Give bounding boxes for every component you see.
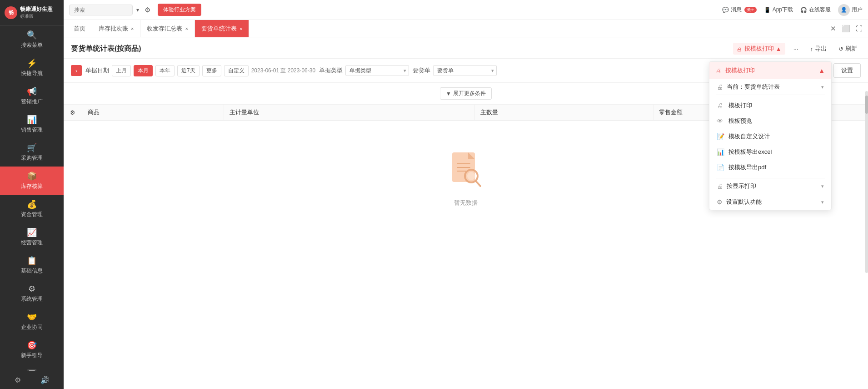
current-template-arrow: ▾	[821, 84, 824, 90]
sidebar-item-label: 销售管理	[21, 126, 43, 134]
tab-order-stats-label: 要货单统计表	[201, 25, 237, 33]
template-print-label: 模板打印	[728, 101, 752, 110]
topbar-search-input[interactable]	[69, 5, 133, 15]
more-actions-btn[interactable]: ···	[790, 44, 802, 54]
th-settings[interactable]: ⚙	[64, 105, 82, 121]
settings-footer-btn[interactable]: ⚙	[15, 376, 21, 384]
template-print-icon: 🖨	[717, 102, 725, 109]
sidebar-item-purchase[interactable]: 🛒 采购管理	[0, 138, 64, 167]
sidebar-item-label: 基础信息	[21, 267, 43, 275]
sidebar-item-shortcut[interactable]: ⚡ 快捷导航	[0, 54, 64, 82]
app-download-icon: 📱	[764, 7, 771, 13]
order-goods-filter-group: 要货单 要货单	[413, 65, 497, 76]
tab-batch-label: 库存批次账	[99, 25, 128, 33]
template-custom-item[interactable]: 📝 模板自定义设计	[709, 129, 831, 144]
sidebar-item-marketing[interactable]: 📢 营销推广	[0, 82, 64, 110]
topbar-dropdown-btn[interactable]: ▾	[136, 7, 139, 13]
tab-batch-close[interactable]: ×	[131, 26, 134, 31]
sidebar-item-search[interactable]: 🔍 搜索菜单	[0, 25, 64, 54]
export-icon: ↑	[810, 45, 813, 52]
dropdown-header[interactable]: 🖨 按模板打印 ▲	[709, 62, 831, 79]
logo-text: 畅康通好生意 标准版	[20, 5, 53, 20]
goods-select-wrap: 要货单	[433, 65, 497, 76]
settings-btn[interactable]: 设置	[833, 63, 861, 78]
user-avatar[interactable]: 👤 用户	[838, 4, 863, 16]
sidebar-item-basic[interactable]: 📋 基础信息	[0, 251, 64, 279]
empty-icon	[443, 148, 489, 193]
purchase-nav-icon: 🛒	[27, 143, 37, 153]
print-template-btn[interactable]: 🖨 按模板打印 ▲	[733, 43, 785, 55]
tab-collection-close[interactable]: ×	[185, 26, 188, 31]
sidebar-item-guide[interactable]: 🎯 新手引导	[0, 336, 64, 364]
tab-home[interactable]: 首页	[69, 20, 92, 37]
message-btn[interactable]: 💬 消息 99+	[722, 6, 757, 14]
trial-btn[interactable]: 体验行业方案	[158, 4, 201, 16]
date-range-text: 2023-06-01 至 2023-06-30	[251, 67, 315, 75]
topbar-gear-icon[interactable]: ⚙	[145, 6, 150, 14]
template-preview-item[interactable]: 👁 模板预览	[709, 113, 831, 129]
tab-maximize-btn[interactable]: ⛶	[854, 23, 864, 34]
tab-order-stats[interactable]: 要货单统计表 ×	[195, 20, 249, 37]
display-print-arrow: ▾	[821, 183, 824, 189]
refresh-btn[interactable]: ↺ 刷新	[835, 43, 861, 55]
app-download-btn[interactable]: 📱 App下载	[764, 6, 793, 14]
sidebar-item-inventory[interactable]: 📦 库存核算	[0, 167, 64, 195]
custom-date-btn[interactable]: 自定义	[224, 65, 249, 76]
expand-down-icon: ▼	[446, 91, 451, 97]
sidebar-item-label: 资金管理	[21, 211, 43, 218]
empty-text: 暂无数据	[454, 199, 478, 207]
sidebar-item-appstore[interactable]: 🔲 应用中心	[0, 364, 64, 371]
sidebar-item-label: 搜索菜单	[21, 41, 43, 49]
tab-collection[interactable]: 收发存汇总表 ×	[140, 20, 195, 37]
tab-close-btn[interactable]: ✕	[828, 23, 838, 35]
collab-nav-icon: 🤝	[27, 312, 37, 322]
sidebar-item-operation[interactable]: 📈 经营管理	[0, 223, 64, 251]
page-title: 要货单统计表(按商品)	[71, 44, 141, 54]
svg-line-7	[476, 181, 480, 186]
export-btn[interactable]: ↑ 导出	[807, 43, 831, 55]
page-actions: 🖨 按模板打印 ▲ ··· ↑ 导出 ↺ 刷新	[733, 43, 861, 55]
sidebar-item-label: 营销推广	[21, 98, 43, 106]
sidebar-item-collab[interactable]: 🤝 企业协同	[0, 308, 64, 336]
guide-nav-icon: 🎯	[27, 340, 37, 350]
order-type-select[interactable]: 单据类型 全部 要货单	[345, 65, 409, 76]
dropdown-collapse-icon[interactable]: ▲	[818, 67, 825, 74]
right-scrollbar[interactable]	[865, 91, 868, 273]
display-print-left: 🖨 按显示打印	[717, 182, 756, 190]
sidebar-item-sales[interactable]: 📊 销售管理	[0, 110, 64, 138]
filter-expand-icon[interactable]: ›	[71, 65, 82, 76]
7days-btn[interactable]: 近7天	[177, 65, 200, 76]
template-preview-icon: 👁	[717, 117, 725, 125]
expand-more-btn[interactable]: ▼ 展开更多条件	[440, 87, 492, 100]
year-btn[interactable]: 本年	[155, 65, 175, 76]
headset-icon: 🎧	[800, 7, 807, 13]
default-func-item[interactable]: ⚙ 设置默认功能 ▾	[709, 194, 831, 210]
display-print-icon: 🖨	[717, 182, 723, 190]
more-date-btn[interactable]: 更多	[202, 65, 221, 76]
current-template-item[interactable]: 🖨 当前：要货单统计表 ▾	[709, 79, 831, 95]
tab-order-stats-close[interactable]: ×	[239, 26, 242, 31]
export-excel-item[interactable]: 📊 按模板导出excel	[709, 144, 831, 160]
th-goods: 商品	[82, 105, 224, 121]
tab-batch[interactable]: 库存批次账 ×	[92, 20, 140, 37]
order-type-filter-group: 单据类型 单据类型 全部 要货单	[319, 65, 409, 76]
message-badge: 99+	[744, 7, 757, 13]
export-pdf-item[interactable]: 📄 按模板导出pdf	[709, 160, 831, 175]
goods-select[interactable]: 要货单	[433, 65, 497, 76]
online-service-btn[interactable]: 🎧 在线客服	[800, 6, 831, 14]
export-excel-icon: 📊	[717, 148, 725, 156]
chevron-right-icon: ›	[75, 67, 77, 74]
template-print-item[interactable]: 🖨 模板打印	[709, 98, 831, 113]
prev-month-btn[interactable]: 上月	[112, 65, 131, 76]
tab-restore-btn[interactable]: ⬜	[840, 23, 852, 35]
sound-footer-btn[interactable]: 🔊	[40, 376, 50, 384]
export-excel-label: 按模板导出excel	[728, 148, 772, 156]
search-nav-icon: 🔍	[27, 30, 37, 40]
current-month-btn[interactable]: 本月	[134, 65, 153, 76]
sidebar-item-system[interactable]: ⚙ 系统管理	[0, 279, 64, 308]
sidebar-item-finance[interactable]: 💰 资金管理	[0, 195, 64, 223]
display-print-item[interactable]: 🖨 按显示打印 ▾	[709, 178, 831, 194]
basic-nav-icon: 📋	[27, 256, 37, 266]
print-dropdown: 🖨 按模板打印 ▲ 🖨 当前：要货单统计表 ▾ 🖨 模板打印 👁 模板预览 📝 …	[709, 61, 832, 210]
order-goods-label: 要货单	[413, 66, 430, 75]
